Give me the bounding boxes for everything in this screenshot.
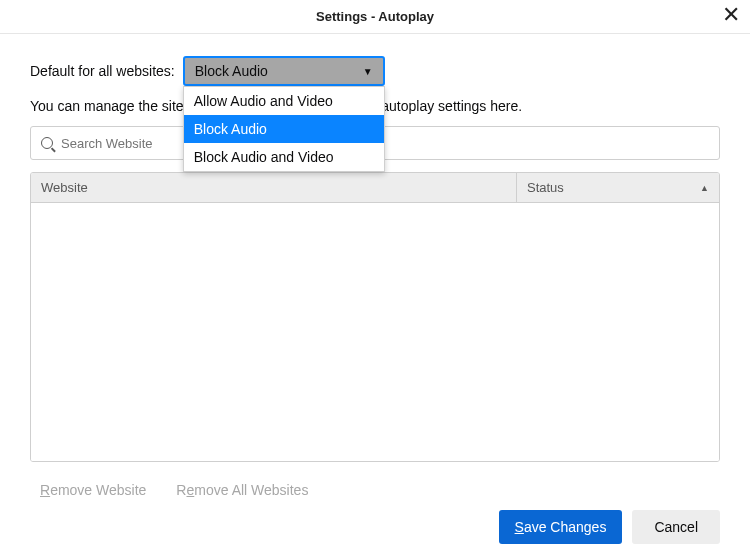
column-header-website-label: Website — [41, 180, 88, 195]
table-body — [31, 203, 719, 461]
remove-all-label: move All Websites — [194, 482, 308, 498]
table-header: Website Status ▲ — [31, 173, 719, 203]
sort-up-icon: ▲ — [700, 183, 709, 193]
chevron-down-icon: ▼ — [363, 66, 373, 77]
dialog-title: Settings - Autoplay — [316, 9, 434, 24]
column-header-status-label: Status — [527, 180, 564, 195]
dialog-footer: Save Changes Cancel — [499, 510, 720, 544]
option-allow-audio-video[interactable]: Allow Audio and Video — [184, 87, 384, 115]
default-select[interactable]: Block Audio ▼ — [183, 56, 385, 86]
option-block-audio[interactable]: Block Audio — [184, 115, 384, 143]
website-table: Website Status ▲ — [30, 172, 720, 462]
option-block-audio-video[interactable]: Block Audio and Video — [184, 143, 384, 171]
column-header-status[interactable]: Status ▲ — [517, 173, 719, 202]
dialog-titlebar: Settings - Autoplay ✕ — [0, 0, 750, 34]
cancel-button[interactable]: Cancel — [632, 510, 720, 544]
remove-all-websites-button[interactable]: Remove All Websites — [166, 476, 318, 504]
default-row: Default for all websites: Block Audio ▼ … — [30, 56, 720, 86]
remove-website-label: emove Website — [50, 482, 146, 498]
save-button[interactable]: Save Changes — [499, 510, 623, 544]
dialog-content: Default for all websites: Block Audio ▼ … — [0, 34, 750, 504]
save-rest: ave Changes — [524, 519, 607, 535]
search-icon — [41, 137, 53, 149]
column-header-website[interactable]: Website — [31, 173, 517, 202]
default-select-value: Block Audio — [195, 63, 268, 79]
default-select-wrap: Block Audio ▼ Allow Audio and Video Bloc… — [183, 56, 385, 86]
close-icon[interactable]: ✕ — [722, 4, 740, 26]
search-input[interactable] — [61, 136, 709, 151]
remove-buttons-row: Remove Website Remove All Websites — [30, 476, 720, 504]
remove-website-button[interactable]: Remove Website — [30, 476, 156, 504]
default-label: Default for all websites: — [30, 63, 175, 79]
default-dropdown: Allow Audio and Video Block Audio Block … — [183, 86, 385, 172]
